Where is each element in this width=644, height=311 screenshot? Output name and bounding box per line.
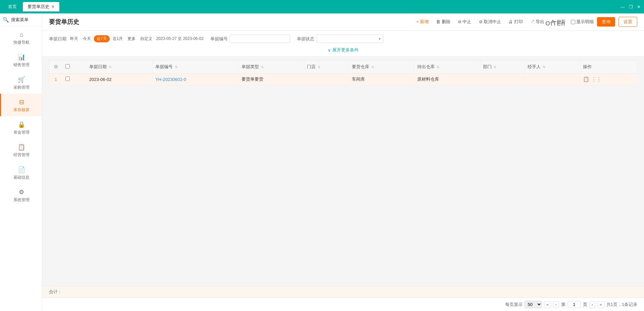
tab-close-icon[interactable]: ✕ bbox=[51, 4, 55, 9]
sidebar-item-label: 库存核算 bbox=[13, 107, 30, 113]
minimize-btn[interactable]: — bbox=[621, 4, 625, 9]
cancel-stop-button[interactable]: ⊘ 取消中止 bbox=[477, 17, 503, 26]
page-size-select[interactable]: 50 10 20 100 bbox=[525, 301, 542, 308]
stop-button[interactable]: ⊘ 中止 bbox=[456, 17, 474, 26]
page-label: 页 bbox=[583, 302, 587, 308]
page-number-input[interactable] bbox=[568, 301, 581, 308]
sidebar-item-quick-nav[interactable]: ⌂ 快捷导航 bbox=[0, 27, 42, 49]
prev-page-btn[interactable]: ‹ bbox=[553, 301, 559, 308]
jump-label: 第 bbox=[561, 302, 566, 308]
th-store-label: 门店 bbox=[307, 64, 316, 69]
sidebar-item-inventory[interactable]: ⊟ 库存核算 bbox=[0, 94, 42, 116]
sidebar-item-label: 销售管理 bbox=[13, 62, 30, 68]
sidebar-item-sales[interactable]: 📊 销售管理 bbox=[0, 49, 42, 71]
cell-checkbox[interactable] bbox=[63, 74, 87, 85]
sidebar-search[interactable]: 🔍 搜索菜单 bbox=[0, 13, 42, 27]
sort-icon[interactable]: ⇅ bbox=[109, 65, 111, 69]
select-all-checkbox[interactable] bbox=[65, 64, 70, 69]
sidebar-search-label: 搜索菜单 bbox=[11, 17, 29, 23]
date-btn-today[interactable]: 今天 bbox=[81, 35, 93, 42]
order-no-link[interactable]: YH-20230602-0 bbox=[155, 77, 186, 82]
status-select[interactable] bbox=[316, 35, 383, 43]
date-btn-7days[interactable]: 近7天 bbox=[94, 35, 110, 42]
row-more-icon[interactable]: ⋮⋮ bbox=[591, 76, 601, 82]
date-btn-yesterday[interactable]: 昨天 bbox=[68, 35, 80, 42]
sidebar-item-finance[interactable]: 🔒 资金管理 bbox=[0, 116, 42, 139]
sort-icon[interactable]: ⇅ bbox=[371, 65, 374, 69]
table-row[interactable]: 1 2023-06-02 YH-20230602-0 要货单要货 车间库 原材料… bbox=[49, 74, 637, 85]
sidebar-item-base-info[interactable]: 📄 基础信息 bbox=[0, 161, 42, 184]
row-edit-icon[interactable]: 📋 bbox=[583, 76, 589, 82]
add-button[interactable]: + 新增 bbox=[414, 17, 431, 26]
refresh-button[interactable]: ↻ 刷新 bbox=[550, 17, 568, 26]
summary-label: 合计： bbox=[49, 289, 62, 294]
th-action-label: 操作 bbox=[583, 64, 592, 69]
filter-row-1: 单据日期 昨天 今天 近7天 近1月 更多 自定义 2023-05-27 至 2… bbox=[49, 35, 637, 43]
th-settings[interactable]: ⚙ bbox=[49, 60, 63, 74]
cell-type: 要货单要货 bbox=[239, 74, 304, 85]
date-range-display: 2023-05-27 至 2023-06-02 bbox=[156, 36, 203, 42]
display-cell-checkbox[interactable] bbox=[571, 20, 575, 24]
table-footer: 合计： bbox=[42, 286, 644, 298]
tab-requisition-history[interactable]: 要货单历史 ✕ bbox=[23, 2, 59, 11]
display-cell-toggle[interactable]: 显示明细 bbox=[571, 19, 594, 25]
th-dept-label: 部门 bbox=[483, 64, 492, 69]
cell-index: 1 bbox=[49, 74, 63, 85]
sidebar-item-label: 快捷导航 bbox=[13, 40, 30, 45]
th-pending-warehouse: 待出仓库 ⇅ bbox=[415, 60, 480, 74]
expand-more-icon: ∨ bbox=[328, 48, 331, 53]
settings-button[interactable]: 设置 bbox=[619, 17, 637, 27]
th-handler: 经手人 ⇅ bbox=[525, 60, 580, 74]
table-area: ⚙ 单据日期 ⇅ 单据编号 ⇅ bbox=[42, 57, 644, 286]
cell-pending-warehouse: 原材料仓库 bbox=[415, 74, 480, 85]
expand-more-btn[interactable]: ∨ 展开更多条件 bbox=[49, 46, 637, 54]
page-header: 要货单历史 + 新增 🗑 删除 ⊘ 中止 ⊘ 取消中止 🖨 打印 ↗ 导出 ↻ … bbox=[42, 13, 644, 31]
top-bar: 首页 要货单历史 ✕ — ❐ ✕ bbox=[0, 0, 644, 13]
th-dept: 部门 ⇅ bbox=[480, 60, 525, 74]
sort-icon[interactable]: ⇅ bbox=[175, 65, 177, 69]
sort-icon[interactable]: ⇅ bbox=[543, 65, 545, 69]
toolbar: + 新增 🗑 删除 ⊘ 中止 ⊘ 取消中止 🖨 打印 ↗ 导出 ↻ 刷新 显示明… bbox=[414, 17, 637, 27]
date-btn-custom[interactable]: 自定义 bbox=[139, 35, 154, 42]
cell-dept bbox=[480, 74, 525, 85]
first-page-btn[interactable]: « bbox=[544, 301, 551, 308]
sort-icon[interactable]: ⇅ bbox=[261, 65, 264, 69]
column-settings-icon[interactable]: ⚙ bbox=[54, 64, 58, 70]
th-no-label: 单据编号 bbox=[155, 64, 173, 69]
row-action-buttons: 📋 ⋮⋮ bbox=[583, 76, 634, 82]
print-button[interactable]: 🖨 打印 bbox=[506, 17, 525, 26]
order-no-input[interactable] bbox=[230, 35, 290, 43]
lock-icon: 🔒 bbox=[18, 121, 25, 128]
th-req-warehouse-label: 要货仓库 bbox=[352, 64, 369, 69]
th-date: 单据日期 ⇅ bbox=[86, 60, 152, 74]
filter-date-item: 单据日期 昨天 今天 近7天 近1月 更多 自定义 2023-05-27 至 2… bbox=[49, 35, 204, 42]
date-btn-more[interactable]: 更多 bbox=[126, 35, 137, 42]
cell-action: 📋 ⋮⋮ bbox=[580, 74, 637, 85]
row-checkbox[interactable] bbox=[65, 77, 70, 81]
sidebar-item-label: 系统管理 bbox=[13, 197, 30, 203]
sidebar-item-system[interactable]: ⚙ 系统管理 bbox=[0, 184, 42, 206]
tab-home[interactable]: 首页 bbox=[3, 2, 21, 11]
sidebar-item-operations[interactable]: 📋 经营管理 bbox=[0, 139, 42, 161]
close-btn[interactable]: ✕ bbox=[637, 4, 641, 9]
th-store: 门店 ⇅ bbox=[304, 60, 349, 74]
sidebar-item-purchase[interactable]: 🛒 采购管理 bbox=[0, 71, 42, 94]
pagination: 每页显示 50 10 20 100 « ‹ 第 页 › » 共1页，1条记录 bbox=[42, 298, 644, 311]
th-action: 操作 bbox=[580, 60, 637, 74]
cell-store bbox=[304, 74, 349, 85]
sort-icon[interactable]: ⇅ bbox=[493, 65, 496, 69]
sidebar: 🔍 搜索菜单 ⌂ 快捷导航 📊 销售管理 🛒 采购管理 ⊟ 库存核算 🔒 资金管… bbox=[0, 13, 42, 311]
delete-button[interactable]: 🗑 删除 bbox=[434, 17, 452, 26]
sort-icon[interactable]: ⇅ bbox=[318, 65, 320, 69]
next-page-btn[interactable]: › bbox=[589, 301, 595, 308]
date-btn-1month[interactable]: 近1月 bbox=[111, 35, 125, 42]
restore-btn[interactable]: ❐ bbox=[629, 4, 633, 9]
cell-date: 2023-06-02 bbox=[86, 74, 152, 85]
last-page-btn[interactable]: » bbox=[597, 301, 604, 308]
export-button[interactable]: ↗ 导出 bbox=[528, 17, 547, 26]
data-table: ⚙ 单据日期 ⇅ 单据编号 ⇅ bbox=[49, 60, 637, 85]
sort-icon[interactable]: ⇅ bbox=[437, 65, 439, 69]
query-button[interactable]: 查询 bbox=[597, 17, 615, 27]
cart-icon: 🛒 bbox=[18, 76, 25, 83]
th-checkbox[interactable] bbox=[63, 60, 87, 74]
